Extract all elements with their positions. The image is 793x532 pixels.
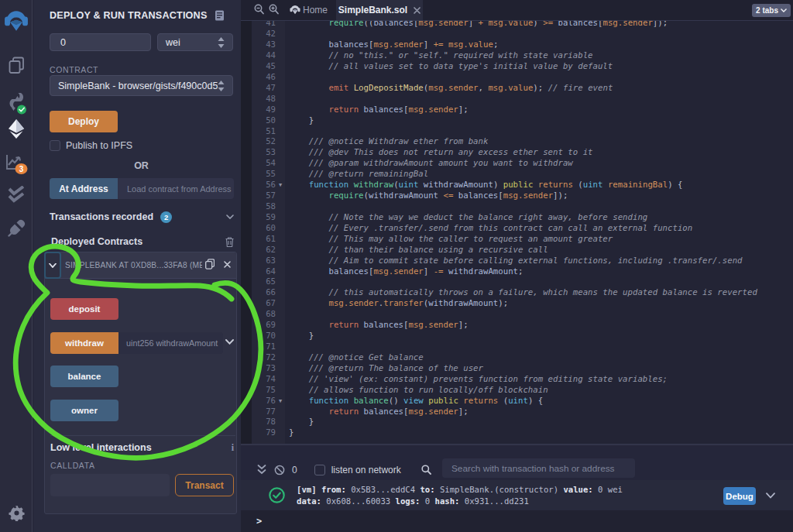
code-line: 52 /// @notice Withdraw ether from bank	[241, 136, 793, 147]
code-line: 67 msg.sender.transfer(withdrawAmount);	[241, 298, 793, 309]
listen-network-checkbox[interactable]	[314, 465, 325, 475]
info-icon[interactable]: i	[232, 442, 234, 454]
code-line: 46	[241, 72, 793, 83]
transactions-recorded-row[interactable]: Transactions recorded 2	[50, 211, 234, 223]
solidity-compiler-icon[interactable]	[0, 91, 33, 115]
terminal-prompt[interactable]: >	[256, 516, 262, 527]
collapse-terminal-icon[interactable]	[257, 465, 266, 475]
transaction-log-row[interactable]: [vm] from: 0x5B3...eddC4 to: SimpleBank.…	[241, 480, 793, 510]
tabs-count-badge[interactable]: 2 tabs	[752, 4, 791, 17]
icon-panel: 3	[0, 0, 33, 532]
expand-chevron-icon[interactable]	[225, 339, 234, 345]
code-line: 51	[241, 126, 793, 137]
terminal-search-input[interactable]: Search with transaction hash or address	[442, 458, 635, 478]
transaction-log-text: [vm] from: 0x5B3...eddC4 to: SimpleBank.…	[297, 484, 623, 506]
deposit-function-button[interactable]: deposit	[50, 298, 118, 320]
code-line: 53 /// @dev This does not return any exc…	[241, 147, 793, 158]
copy-icon[interactable]	[205, 259, 215, 269]
listen-network-label: listen on network	[331, 465, 401, 475]
owner-function-button[interactable]: owner	[50, 400, 118, 421]
transact-button[interactable]: Transact	[175, 474, 234, 496]
code-line: 58	[241, 201, 793, 212]
code-line: 78 }	[241, 417, 793, 427]
deployed-contract-title: SIMPLEBANK AT 0XD8B...33FA8 (MEMORY)	[65, 261, 202, 269]
chevron-down-icon[interactable]	[226, 215, 234, 219]
zoom-in-icon[interactable]	[269, 4, 279, 15]
transactions-recorded-label: Transactions recorded	[50, 211, 153, 222]
code-line: 50 }	[241, 115, 793, 126]
trash-icon[interactable]	[225, 237, 234, 247]
unit-select[interactable]: wei	[157, 33, 233, 51]
publish-ipfs-label: Publish to IPFS	[66, 140, 132, 151]
code-line: 47 emit LogDepositMade(msg.sender, msg.v…	[241, 83, 793, 94]
code-line: 60 // Every .transfer/.send from this co…	[241, 223, 793, 234]
deploy-run-panel: DEPLOY & RUN TRANSACTIONS 0 wei CONTRACT…	[33, 0, 241, 532]
deploy-button[interactable]: Deploy	[50, 111, 118, 132]
chevron-down-icon	[781, 9, 787, 12]
withdraw-amount-input[interactable]: uint256 withdrawAmount	[118, 332, 223, 354]
unit-testing-icon[interactable]	[0, 186, 33, 204]
code-line: 70 }	[241, 331, 793, 342]
success-check-icon	[269, 487, 285, 503]
code-line: 62 // than their balance using a recursi…	[241, 245, 793, 256]
at-address-input[interactable]: Load contract from Address	[118, 178, 234, 199]
tab-home[interactable]: Home	[283, 0, 334, 20]
stepper-arrows-icon	[218, 37, 225, 48]
code-line: 65	[241, 276, 793, 287]
deploy-and-run-icon[interactable]	[0, 118, 33, 139]
code-line: 45 // all values set to data type's init…	[241, 61, 793, 72]
code-line: 79}	[241, 427, 793, 438]
settings-gear-icon[interactable]	[0, 505, 33, 521]
publish-ipfs-checkbox[interactable]	[50, 140, 60, 151]
code-editor[interactable]: 41 require((balances[msg.sender] + msg.v…	[241, 21, 793, 444]
deployed-contracts-label: Deployed Contracts	[51, 236, 142, 247]
remix-logo-icon	[290, 5, 300, 15]
pending-tx-count: 0	[292, 465, 297, 475]
calldata-input[interactable]	[50, 474, 170, 496]
remix-logo-icon[interactable]	[0, 9, 33, 34]
tab-home-label: Home	[303, 5, 328, 15]
expand-log-chevron-icon[interactable]	[766, 493, 775, 499]
code-line: 43 balances[msg.sender] += msg.value;	[241, 39, 793, 50]
deployed-contract-header[interactable]: SIMPLEBANK AT 0XD8B...33FA8 (MEMORY)	[45, 252, 236, 279]
analyzer-badge: 3	[19, 165, 24, 173]
divider	[50, 435, 235, 436]
code-line: 66 // this automatically throws on a fai…	[241, 287, 793, 298]
stepper-arrows-icon	[218, 81, 225, 91]
close-icon[interactable]	[224, 261, 231, 268]
code-line: 74 // 'view' (ex: constant) prevents fun…	[241, 374, 793, 385]
panel-title: DEPLOY & RUN TRANSACTIONS	[50, 10, 207, 21]
deployed-contract-card: SIMPLEBANK AT 0XD8B...33FA8 (MEMORY) dep…	[44, 252, 237, 514]
clear-console-icon[interactable]	[274, 465, 285, 475]
code-line: 56▼ function withdraw(uint withdrawAmoun…	[241, 180, 793, 190]
close-icon[interactable]	[414, 7, 421, 14]
file-explorer-icon[interactable]	[0, 57, 33, 74]
code-line: 55 /// @return remainingBal	[241, 169, 793, 180]
value-input[interactable]: 0	[50, 33, 151, 51]
code-line: 76▼ function balance() view public retur…	[241, 396, 793, 407]
code-line: 59 // Note the way we deduct the balance…	[241, 212, 793, 223]
code-line: 57 require(withdrawAmount <= balances[ms…	[241, 190, 793, 201]
code-line: 41 require((balances[msg.sender] + msg.v…	[241, 21, 793, 29]
low-level-interactions-label: Low level interactions	[50, 442, 152, 453]
at-address-button[interactable]: At Address	[50, 178, 118, 199]
transactions-count-badge: 2	[160, 211, 172, 223]
tab-simplebank-sol[interactable]: SimpleBank.sol	[336, 0, 423, 20]
code-line: 71	[241, 342, 793, 352]
solidity-analyzer-icon[interactable]: 3	[0, 153, 33, 175]
plugin-manager-icon[interactable]	[0, 219, 33, 238]
code-line: 64 balances[msg.sender] -= withdrawAmoun…	[241, 266, 793, 277]
terminal: 0 listen on network Search with transact…	[241, 444, 793, 532]
collapse-caret-button[interactable]	[44, 252, 61, 279]
balance-function-button[interactable]: balance	[50, 366, 118, 387]
code-line: 61 // This may allow the caller to reque…	[241, 234, 793, 245]
code-line: 44 // no "this." or "self." required wit…	[241, 50, 793, 61]
zoom-out-icon[interactable]	[254, 4, 264, 15]
debug-button[interactable]: Debug	[723, 487, 756, 505]
tab-label: SimpleBank.sol	[338, 5, 407, 15]
notepad-icon[interactable]	[215, 10, 225, 21]
contract-label: CONTRACT	[50, 65, 98, 74]
contract-select[interactable]: SimpleBank - browser/gists/f490c0d51	[50, 75, 233, 96]
code-line: 75 // allows function to run locally/off…	[241, 385, 793, 396]
withdraw-function-button[interactable]: withdraw	[50, 332, 118, 354]
